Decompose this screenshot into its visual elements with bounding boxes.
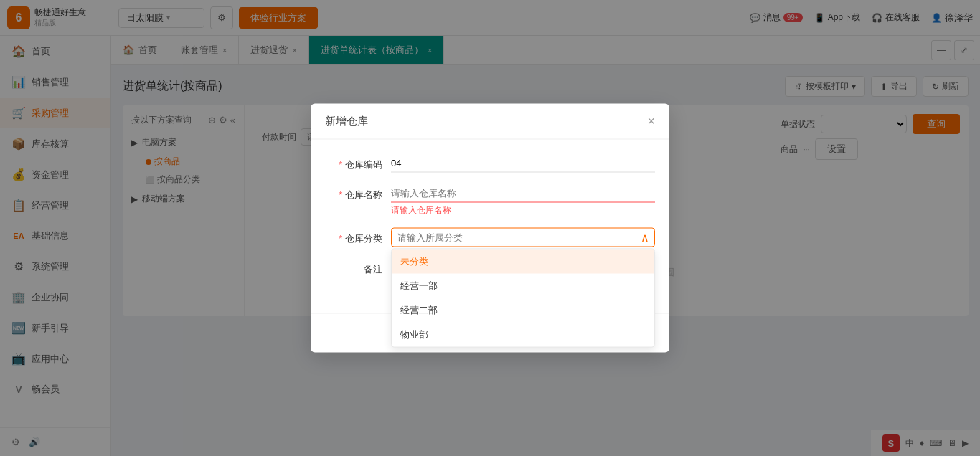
dropdown-item-ops2[interactable]: 经营二部 [392,298,654,323]
dialog-body: 仓库编码 仓库名称 请输入仓库名称 仓库分类 ∧ 未分类 经营一部 [311,140,669,313]
dialog-header: 新增仓库 × [311,104,669,140]
name-error-msg: 请输入仓库名称 [391,204,655,217]
name-input[interactable] [391,184,655,203]
dropdown-item-uncat[interactable]: 未分类 [392,250,654,274]
code-field-wrap [391,154,655,173]
new-warehouse-dialog: 新增仓库 × 仓库编码 仓库名称 请输入仓库名称 仓库分类 ∧ [311,104,669,353]
name-field-wrap: 请输入仓库名称 [391,184,655,217]
dropdown-item-ops1[interactable]: 经营一部 [392,274,654,298]
dialog-close-button[interactable]: × [647,114,655,129]
dialog-title: 新增仓库 [325,115,368,128]
dropdown-item-property[interactable]: 物业部 [392,323,654,347]
form-row-code: 仓库编码 [325,154,655,173]
category-dropdown: 未分类 经营一部 经营二部 物业部 [391,249,655,348]
notes-label: 备注 [325,259,382,276]
code-label: 仓库编码 [325,154,382,171]
name-label: 仓库名称 [325,184,382,201]
code-input[interactable] [391,154,655,173]
category-select-wrap: ∧ 未分类 经营一部 经营二部 物业部 [391,228,655,247]
category-input[interactable] [391,228,655,247]
category-label: 仓库分类 [325,228,382,245]
form-row-category: 仓库分类 ∧ 未分类 经营一部 经营二部 物业部 [325,228,655,247]
form-row-name: 仓库名称 请输入仓库名称 [325,184,655,217]
